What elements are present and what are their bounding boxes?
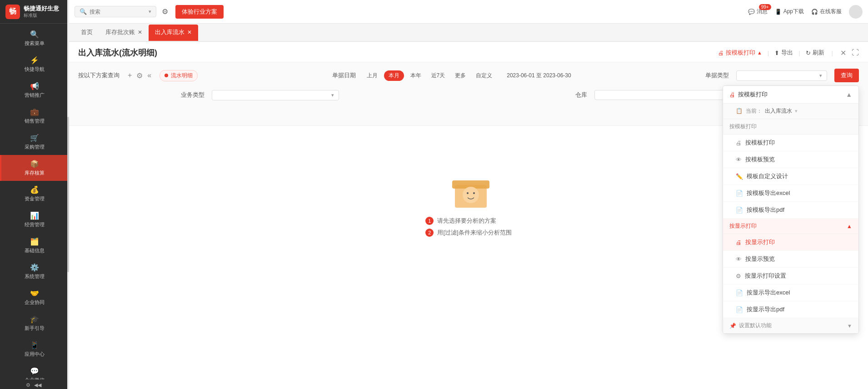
online-service-btn[interactable]: 🎧 在线客服: [811, 8, 842, 15]
svg-point-2: [463, 187, 479, 203]
dropdown-display-display_export_pdf[interactable]: 📄按显示导出pdf: [723, 301, 858, 318]
dropdown-template-template_preview[interactable]: 👁按模板预览: [723, 151, 858, 168]
query-btn[interactable]: 查询: [834, 69, 859, 82]
operations-icon: 📊: [30, 211, 39, 220]
dropdown-template-template_print[interactable]: 🖨按模板打印: [723, 135, 858, 151]
tab-flow[interactable]: 出入库流水✕: [149, 25, 198, 41]
message-btn[interactable]: 💬 消息 99+: [748, 8, 768, 15]
template_custom-label: 模板自定义设计: [747, 172, 788, 180]
sidebar-item-shortcut[interactable]: ⚡快捷导航: [0, 51, 67, 77]
display-section-arrow[interactable]: ▲: [847, 223, 852, 229]
dropdown-display-display_export_excel[interactable]: 📄按显示导出excel: [723, 284, 858, 301]
sidebar-item-search[interactable]: 🔍搜索菜单: [0, 25, 67, 51]
doc-type-arrow: ▾: [819, 73, 822, 79]
page-expand-btn[interactable]: ⛶: [852, 49, 859, 57]
default-fn-arrow[interactable]: ▼: [847, 323, 852, 329]
sidebar-collapse-icon[interactable]: ◀◀: [34, 382, 41, 388]
sidebar-item-guide[interactable]: 🎓新手引导: [0, 310, 67, 336]
display_print_setting-icon: ⚙: [736, 273, 741, 279]
sidebar-item-basic[interactable]: 🗂️基础信息: [0, 233, 67, 259]
trial-btn[interactable]: 体验行业方案: [175, 5, 224, 19]
dropdown-display-display_print_setting[interactable]: ⚙按显示打印设置: [723, 268, 858, 284]
default-fn-section: 📌 设置默认功能 ▼: [723, 318, 858, 334]
doc-type-select[interactable]: ▾: [736, 70, 827, 81]
filter-collapse-btn[interactable]: «: [146, 70, 152, 80]
date-btn-custom[interactable]: 自定义: [472, 70, 496, 81]
sidebar-item-finance[interactable]: 💰资金管理: [0, 181, 67, 207]
template-section-title: 按模板打印: [729, 123, 757, 130]
filter-add-btn[interactable]: +: [127, 70, 133, 80]
tab-label-home: 首页: [81, 28, 93, 36]
tab-inventory_batch[interactable]: 库存批次账✕: [99, 25, 149, 41]
date-btn-this_year[interactable]: 本年: [407, 70, 425, 81]
template_preview-icon: 👁: [736, 156, 742, 163]
svg-point-4: [473, 192, 475, 194]
dropdown-current-tag: 📋 当前： 出入库流水 ▾: [723, 104, 858, 119]
sidebar-item-system[interactable]: ⚙️系统管理: [0, 259, 67, 284]
topbar-right: 💬 消息 99+ 📱 App下载 🎧 在线客服: [748, 5, 863, 19]
date-btn-last_month[interactable]: 上月: [363, 70, 381, 81]
app-download-btn[interactable]: 📱 App下载: [775, 8, 804, 15]
date-label: 单据日期: [332, 71, 356, 80]
export-btn[interactable]: ⬆ 导出: [774, 49, 793, 57]
tab-bar: 首页库存批次账✕出入库流水✕: [69, 24, 868, 42]
sidebar-item-operations[interactable]: 📊经营管理: [0, 207, 67, 233]
date-btn-last7[interactable]: 近7天: [428, 70, 449, 81]
print-template-label: 按模板打印: [726, 49, 755, 57]
marketing-icon: 📢: [30, 82, 39, 90]
dropdown-template-template_export_pdf[interactable]: 📄按模板导出pdf: [723, 202, 858, 219]
search-dropdown-btn[interactable]: ▾: [149, 9, 151, 15]
refresh-btn[interactable]: ↻ 刷新: [806, 49, 824, 57]
business-type-select[interactable]: ▾: [212, 90, 339, 100]
step-num-1: 1: [425, 217, 434, 225]
user-avatar[interactable]: [849, 5, 863, 19]
dropdown-title-text: 按模板打印: [738, 90, 768, 99]
topbar-gear-icon[interactable]: ⚙: [162, 7, 168, 16]
sidebar-item-marketing[interactable]: 📢营销推广: [0, 77, 67, 103]
system-icon: ⚙️: [30, 263, 39, 272]
print-template-btn[interactable]: 🖨 按模板打印 ▲: [718, 49, 762, 57]
sidebar-settings-icon[interactable]: ⚙: [26, 382, 30, 388]
sidebar-item-wechat[interactable]: 💬企业微信: [0, 362, 67, 379]
sidebar-item-purchase[interactable]: 🛒采购管理: [0, 129, 67, 155]
topbar-search-box[interactable]: 🔍 ▾: [75, 6, 156, 17]
service-icon: 🎧: [811, 9, 818, 15]
tab-home[interactable]: 首页: [75, 25, 99, 41]
template_custom-icon: ✏️: [736, 173, 743, 180]
sidebar-item-sales[interactable]: 💼销售管理: [0, 103, 67, 129]
step-text-1: 请先选择要分析的方案: [437, 217, 496, 225]
sidebar: 畅 畅捷通好生意 标准版 🔍搜索菜单⚡快捷导航📢营销推广💼销售管理🛒采购管理📦库…: [0, 0, 67, 389]
display_print-icon: 🖨: [736, 239, 742, 246]
date-btn-this_month[interactable]: 本月: [384, 70, 404, 81]
template_print-label: 按模板打印: [745, 139, 775, 147]
search-input[interactable]: [90, 9, 146, 15]
date-range: 2023-06-01 至 2023-06-30: [507, 72, 571, 80]
dropdown-header: 🖨 按模板打印 ▲: [723, 86, 858, 104]
empty-step-2: 2用[过滤]条件来缩小分析范围: [425, 229, 511, 237]
dropdown-collapse-btn[interactable]: ▲: [846, 91, 852, 98]
tab-close-flow[interactable]: ✕: [187, 29, 192, 35]
dropdown-template-template_export_excel[interactable]: 📄按模板导出excel: [723, 185, 858, 202]
template_print-icon: 🖨: [736, 140, 742, 146]
sales-icon: 💼: [30, 108, 39, 116]
search-icon: 🔍: [80, 8, 87, 15]
sidebar-item-apps[interactable]: 📱应用中心: [0, 336, 67, 362]
app-download-label: App下载: [783, 8, 804, 15]
page-title: 出入库流水(流水明细): [78, 47, 157, 58]
tab-close-inventory_batch[interactable]: ✕: [138, 29, 142, 35]
page-close-btn[interactable]: ✕: [840, 49, 846, 57]
display_export_pdf-icon: 📄: [736, 306, 743, 313]
action-divider: |: [768, 50, 769, 56]
dropdown-display-display_preview[interactable]: 👁按显示预览: [723, 251, 858, 268]
current-label: 当前：: [746, 107, 762, 115]
sidebar-item-inventory[interactable]: 📦库存核算: [0, 155, 67, 181]
sidebar-item-enterprise[interactable]: 🤝企业协同: [0, 284, 67, 310]
enterprise-icon: 🤝: [30, 289, 39, 298]
date-btn-more[interactable]: 更多: [451, 70, 469, 81]
filter-scheme-label: 按以下方案查询: [78, 71, 120, 80]
dropdown-template-template_custom[interactable]: ✏️模板自定义设计: [723, 168, 858, 185]
sidebar-nav: 🔍搜索菜单⚡快捷导航📢营销推广💼销售管理🛒采购管理📦库存核算💰资金管理📊经营管理…: [0, 24, 67, 379]
filter-setting-btn[interactable]: ⚙: [135, 70, 144, 81]
dropdown-display-display_print[interactable]: 🖨按显示打印: [723, 234, 858, 251]
filter-tag[interactable]: 流水明细: [160, 70, 198, 81]
